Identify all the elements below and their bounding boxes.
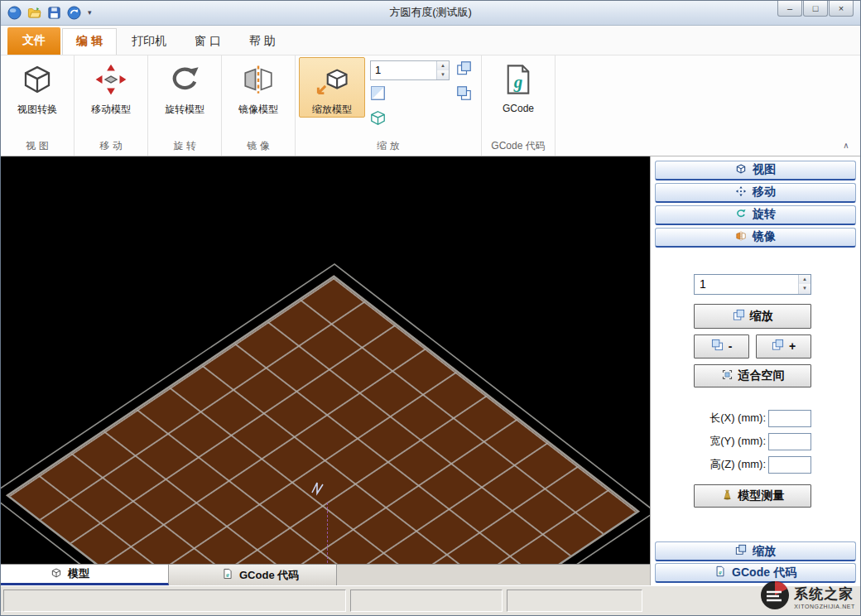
scale-apply-button[interactable]: 缩放 <box>694 304 811 329</box>
tab-label: GCode 代码 <box>239 568 299 583</box>
button-label: 适合空间 <box>738 368 785 383</box>
scale-window-icon <box>733 309 745 324</box>
tab-file[interactable]: 文件 <box>7 27 60 55</box>
tab-edit[interactable]: 编 辑 <box>62 28 117 55</box>
bottom-tab-bar: 模型 g GCode 代码 <box>1 564 650 585</box>
spinner-down-icon[interactable]: ▼ <box>437 70 449 79</box>
tab-gcode[interactable]: g GCode 代码 <box>169 565 337 585</box>
close-button[interactable]: × <box>829 1 854 17</box>
scale-minus-button[interactable]: - <box>694 334 749 359</box>
group-label-gcode: GCode 代码 <box>485 137 551 156</box>
spinner-up-icon[interactable]: ▲ <box>437 61 449 70</box>
status-cell-1 <box>3 590 346 612</box>
app-icon[interactable] <box>6 4 22 21</box>
dim-z-input[interactable] <box>768 456 811 474</box>
save-icon[interactable] <box>46 4 62 21</box>
scale-options: ▲ ▼ <box>365 57 478 133</box>
spinner-buttons: ▲ ▼ <box>798 275 810 294</box>
tab-help[interactable]: 帮 助 <box>236 29 289 55</box>
gcode-button[interactable]: g GCode <box>485 57 551 115</box>
ribbon-tab-strip: 文件 编 辑 打印机 窗 口 帮 助 <box>1 26 860 55</box>
window-title: 方圆有度(测试版) <box>1 5 860 20</box>
scale-model-button[interactable]: 缩放模型 <box>299 57 365 118</box>
spinner-buttons: ▲ ▼ <box>436 61 449 79</box>
spinner-down-icon[interactable]: ▼ <box>799 284 810 294</box>
status-cell-2 <box>350 590 503 612</box>
redo-icon[interactable] <box>65 4 82 21</box>
origin-marker-icon <box>310 481 329 499</box>
scale-step-buttons: - + <box>694 334 811 359</box>
dimension-z-row: 高(Z) (mm): <box>694 456 811 474</box>
panel-header-view[interactable]: 视图 <box>655 161 856 180</box>
scale-panel: ▲ ▼ 缩放 - <box>694 274 811 508</box>
panel-header-scale[interactable]: 缩放 <box>655 541 856 561</box>
panel-header-mirror[interactable]: 镜像 <box>655 228 856 248</box>
tab-window[interactable]: 窗 口 <box>181 29 234 55</box>
scale-down-icon[interactable] <box>456 85 472 101</box>
button-label: 移动模型 <box>91 103 131 117</box>
move-model-button[interactable]: 移动模型 <box>78 57 144 118</box>
dim-x-input[interactable] <box>768 410 811 427</box>
gcode-doc-icon: g <box>714 565 726 580</box>
header-label: 旋转 <box>753 207 776 222</box>
dim-y-input[interactable] <box>768 433 811 450</box>
scale-factor-spinner[interactable]: ▲ ▼ <box>370 60 450 80</box>
tab-model[interactable]: 模型 <box>1 565 169 585</box>
scale-value-spinner[interactable]: ▲ ▼ <box>694 274 811 295</box>
scale-box-icon[interactable] <box>370 110 386 126</box>
ribbon: 视图转换 视 图 移动模型 移 动 <box>1 55 860 156</box>
side-panel: 视图 移动 旋转 镜像 <box>650 156 860 586</box>
dim-z-label: 高(Z) (mm): <box>710 457 766 472</box>
ribbon-group-gcode: g GCode GCode 代码 <box>482 55 556 156</box>
bottom-accordion-headers: 缩放 g GCode 代码 <box>651 541 860 585</box>
button-label: GCode <box>503 103 534 114</box>
dim-x-label: 长(X) (mm): <box>709 411 766 426</box>
header-label: 镜像 <box>753 229 776 244</box>
ribbon-collapse-icon[interactable]: ∧ <box>839 139 854 152</box>
maximize-button[interactable]: □ <box>803 1 828 17</box>
header-label: 缩放 <box>753 544 776 559</box>
spinner-up-icon[interactable]: ▲ <box>799 275 810 285</box>
dimension-x-row: 长(X) (mm): <box>694 410 811 427</box>
cube-icon <box>20 62 55 100</box>
button-label: 缩放模型 <box>312 103 352 117</box>
scene: Y X <box>1 156 650 565</box>
scale-half-icon[interactable] <box>370 85 386 101</box>
move-icon <box>735 185 747 200</box>
measure-model-button[interactable]: 模型测量 <box>694 484 811 508</box>
status-bar: 系统之家 XITONGZHIJIA.NET <box>1 585 860 615</box>
gcode-doc-icon: g <box>222 568 233 582</box>
ribbon-group-scale: 缩放模型 ▲ ▼ <box>296 55 482 156</box>
button-label: 模型测量 <box>738 488 785 503</box>
button-label: - <box>729 339 733 353</box>
tab-printer[interactable]: 打印机 <box>118 29 180 55</box>
view-transform-button[interactable]: 视图转换 <box>4 57 70 118</box>
open-folder-icon[interactable] <box>26 4 42 21</box>
watermark-name: 系统之家 <box>794 585 855 604</box>
group-label-move: 移 动 <box>78 137 144 156</box>
ribbon-group-mirror: 镜像模型 镜 像 <box>222 55 296 156</box>
viewport-3d[interactable]: Y X <box>1 156 650 565</box>
move-icon <box>94 62 128 100</box>
build-platform <box>6 275 640 564</box>
rotate-model-button[interactable]: 旋转模型 <box>152 57 218 118</box>
svg-text:g: g <box>718 569 722 575</box>
scale-factor-input[interactable] <box>371 61 436 79</box>
qat-customize-icon[interactable]: ▾ <box>85 8 94 17</box>
group-label-mirror: 镜 像 <box>225 137 291 156</box>
panel-header-rotate[interactable]: 旋转 <box>655 205 856 225</box>
fit-space-button[interactable]: 适合空间 <box>694 364 811 387</box>
dim-y-label: 宽(Y) (mm): <box>709 434 766 449</box>
mirror-model-button[interactable]: 镜像模型 <box>225 57 291 118</box>
scale-icon <box>315 62 349 100</box>
scale-up-icon[interactable] <box>456 60 472 76</box>
scale-value-input[interactable] <box>695 275 798 294</box>
scale-plus-button[interactable]: + <box>756 334 811 359</box>
viewport-column: Y X 模型 g <box>1 156 650 586</box>
panel-header-move[interactable]: 移动 <box>655 183 856 203</box>
header-label: 视图 <box>753 162 776 177</box>
measure-icon <box>721 488 734 503</box>
scale-window-icon <box>772 339 784 354</box>
svg-text:g: g <box>225 571 229 578</box>
minimize-button[interactable]: – <box>777 1 802 17</box>
